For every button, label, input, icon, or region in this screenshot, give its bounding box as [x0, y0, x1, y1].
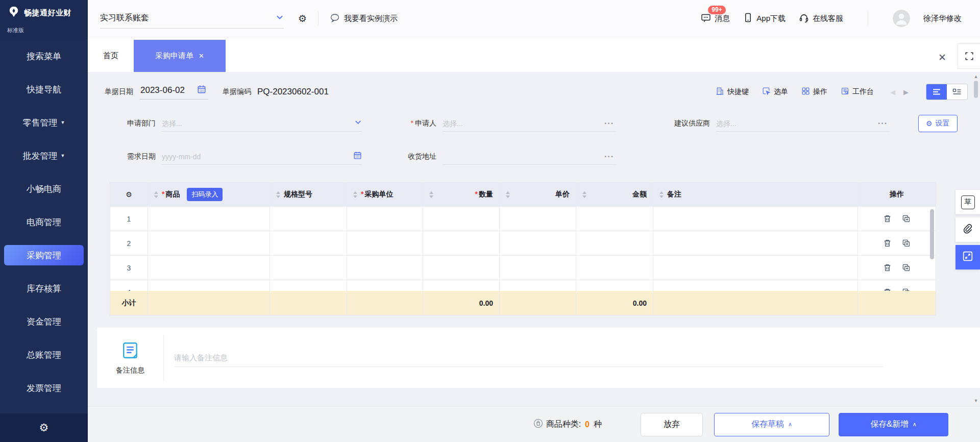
empty-cell[interactable] [576, 280, 653, 291]
tab-home[interactable]: 首页 [88, 40, 134, 72]
draft-box-button[interactable]: 草 [955, 190, 980, 214]
calendar-icon[interactable] [197, 85, 206, 96]
online-service-button[interactable]: 在线客服 [799, 13, 843, 24]
department-select[interactable] [162, 119, 354, 128]
ellipsis-icon[interactable]: ··· [602, 119, 616, 128]
sidebar-item-8[interactable]: 资金管理 [4, 311, 84, 332]
address-input[interactable] [443, 153, 602, 161]
copy-row-icon[interactable] [902, 214, 911, 223]
discard-button[interactable]: 放弃 [641, 413, 703, 436]
attachment-button[interactable] [955, 217, 980, 242]
need-date-input[interactable] [162, 153, 353, 161]
copy-row-icon[interactable] [902, 263, 911, 272]
applicant-select[interactable] [443, 119, 602, 128]
toolbar-item-1[interactable]: 选单 [762, 87, 788, 97]
sidebar-item-4[interactable]: 小畅电商 [4, 179, 84, 199]
empty-cell[interactable] [270, 256, 347, 280]
empty-cell[interactable] [270, 280, 347, 291]
remark-input[interactable] [174, 349, 884, 367]
empty-cell[interactable] [270, 231, 347, 255]
empty-cell[interactable] [347, 256, 423, 280]
sort-icon[interactable] [429, 191, 433, 198]
sidebar-item-3[interactable]: 批发管理▼ [4, 145, 84, 166]
toolbar-item-2[interactable]: 操作 [801, 87, 827, 97]
scrollbar-thumb[interactable] [974, 81, 978, 98]
user-name[interactable]: 徐泽华修改 [923, 14, 962, 23]
sort-icon[interactable] [582, 191, 586, 198]
calendar-icon[interactable] [353, 151, 362, 162]
empty-cell[interactable] [576, 231, 653, 255]
empty-cell[interactable] [653, 256, 858, 280]
delete-row-icon[interactable] [883, 263, 892, 272]
empty-cell[interactable] [653, 280, 858, 291]
logo[interactable]: 畅捷通好业财 标准版 [0, 0, 88, 37]
ellipsis-icon[interactable]: ··· [602, 152, 616, 161]
scroll-up-icon[interactable]: ▲ [973, 74, 979, 79]
sidebar-item-9[interactable]: 总账管理 [4, 345, 84, 365]
sidebar-item-5[interactable]: 电商管理 [4, 212, 84, 232]
sidebar-item-1[interactable]: 快捷导航 [4, 79, 84, 100]
empty-cell[interactable] [576, 256, 653, 280]
settings-button[interactable]: ⚙ 设置 [918, 115, 958, 132]
toolbar-item-3[interactable]: 工作台 [841, 87, 874, 97]
empty-cell[interactable] [500, 280, 576, 291]
empty-cell[interactable] [148, 280, 270, 291]
empty-cell[interactable] [347, 207, 423, 231]
empty-cell[interactable] [270, 207, 347, 231]
sort-icon[interactable] [659, 191, 664, 198]
empty-cell[interactable] [148, 256, 270, 280]
sort-icon[interactable] [276, 191, 280, 198]
chevron-down-icon[interactable] [354, 118, 362, 128]
card-view-button[interactable] [947, 84, 967, 100]
sidebar-item-2[interactable]: 零售管理▼ [4, 112, 84, 133]
empty-cell[interactable] [500, 207, 576, 231]
table-scrollbar-thumb[interactable] [930, 209, 934, 259]
empty-cell[interactable] [500, 231, 576, 255]
empty-cell[interactable] [653, 207, 858, 231]
empty-cell[interactable] [423, 280, 500, 291]
sort-icon[interactable] [154, 191, 158, 198]
list-view-button[interactable] [926, 84, 947, 100]
scroll-down-icon[interactable]: ▼ [973, 398, 979, 403]
prev-doc-icon[interactable]: ◀ [890, 88, 895, 96]
sidebar-item-7[interactable]: 库存核算 [4, 278, 84, 299]
empty-cell[interactable] [653, 231, 858, 255]
demo-link[interactable]: 我要看实例演示 [330, 13, 398, 24]
gear-icon[interactable]: ⚙ [126, 190, 132, 199]
empty-cell[interactable] [423, 231, 500, 255]
empty-cell[interactable] [347, 231, 423, 255]
copy-row-icon[interactable] [902, 239, 911, 248]
empty-cell[interactable] [148, 207, 270, 231]
app-download-button[interactable]: App下载 [743, 13, 786, 24]
sort-icon[interactable] [353, 191, 357, 198]
fullscreen-icon[interactable] [958, 43, 980, 69]
save-new-button[interactable]: 保存&新增 ∧ [839, 413, 948, 436]
sidebar-item-0[interactable]: 搜索菜单 [4, 46, 84, 66]
avatar[interactable] [893, 10, 910, 27]
sidebar-item-10[interactable]: 发票管理 [4, 378, 84, 398]
expand-button[interactable] [955, 245, 980, 269]
supplier-select[interactable] [716, 119, 876, 128]
save-draft-button[interactable]: 保存草稿 ∧ [714, 413, 829, 436]
ellipsis-icon[interactable]: ··· [876, 119, 890, 128]
empty-cell[interactable] [347, 280, 423, 291]
close-tab-icon[interactable]: ✕ [199, 52, 204, 60]
empty-cell[interactable] [423, 256, 500, 280]
empty-cell[interactable] [576, 207, 653, 231]
toolbar-item-0[interactable]: 快捷键 [716, 87, 749, 97]
close-icon[interactable]: ✕ [938, 52, 946, 63]
empty-cell[interactable] [148, 231, 270, 255]
scan-input-button[interactable]: 扫码录入 [187, 188, 223, 201]
account-select[interactable]: 实习联系账套 [100, 8, 284, 29]
empty-cell[interactable] [423, 207, 500, 231]
gear-icon[interactable]: ⚙ [298, 13, 307, 24]
sidebar-item-6[interactable]: 采购管理 [4, 245, 84, 265]
next-doc-icon[interactable]: ▶ [903, 88, 909, 96]
empty-cell[interactable] [500, 256, 576, 280]
doc-date-field[interactable]: 2023-06-02 [139, 85, 208, 100]
tab-purchase-request[interactable]: 采购申请单 ✕ [134, 40, 226, 72]
sort-icon[interactable] [506, 191, 510, 198]
gear-icon[interactable]: ⚙ [39, 422, 49, 434]
messages-button[interactable]: 99+ 消息 [701, 13, 730, 24]
delete-row-icon[interactable] [883, 239, 892, 248]
